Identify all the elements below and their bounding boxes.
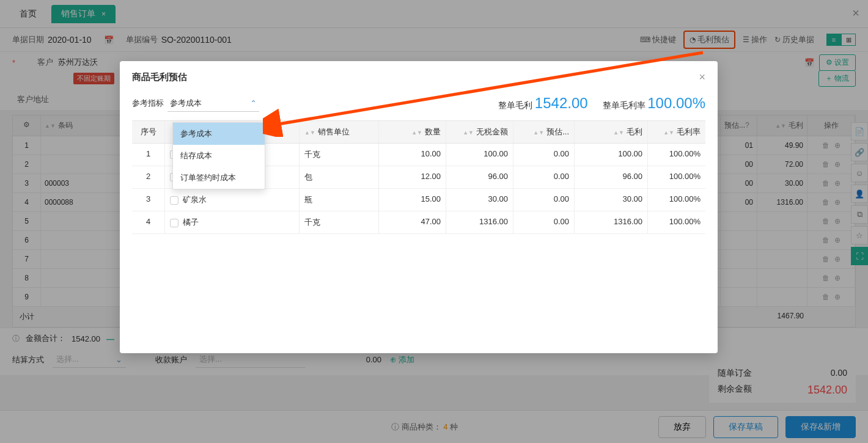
checkbox[interactable] bbox=[170, 219, 178, 227]
mcol-estimate[interactable]: ▲▼预估... bbox=[513, 121, 575, 143]
mrow-est: 0.00 bbox=[513, 144, 575, 166]
mrow-seq: 3 bbox=[132, 189, 165, 211]
option-balance-cost[interactable]: 结存成本 bbox=[173, 145, 265, 167]
mrow-rate: 100.00% bbox=[648, 144, 705, 166]
mcol-seq: 序号 bbox=[132, 121, 165, 143]
total-profit-value: 1542.00 bbox=[535, 95, 588, 111]
mrow-qty: 12.00 bbox=[379, 166, 446, 188]
modal-filter-row: 参考指标 参考成本 ⌄ 整单毛利 1542.00 整单毛利率 100.00% bbox=[120, 91, 718, 120]
mrow-profit: 1316.00 bbox=[575, 211, 648, 233]
mrow-unit: 瓶 bbox=[300, 189, 379, 211]
mrow-profit: 30.00 bbox=[575, 189, 648, 211]
total-profit-label: 整单毛利 bbox=[498, 100, 532, 110]
mrow-amount: 96.00 bbox=[446, 166, 513, 188]
mrow-seq: 4 bbox=[132, 211, 165, 233]
mrow-amount: 100.00 bbox=[446, 144, 513, 166]
mcol-qty[interactable]: ▲▼数量 bbox=[379, 121, 446, 143]
modal-table-row[interactable]: 4 橘子千克47.001316.000.001316.00100.00% bbox=[132, 211, 705, 234]
mrow-qty: 47.00 bbox=[379, 211, 446, 233]
total-rate-label: 整单毛利率 bbox=[603, 100, 645, 110]
mrow-name: 橘子 bbox=[165, 211, 300, 233]
mrow-rate: 100.00% bbox=[648, 211, 705, 233]
mcol-unit[interactable]: ▲▼销售单位 bbox=[300, 121, 379, 143]
total-rate-value: 100.00% bbox=[647, 95, 705, 111]
modal-header: 商品毛利预估 × bbox=[120, 61, 718, 91]
mrow-unit: 千克 bbox=[300, 144, 379, 166]
checkbox[interactable] bbox=[170, 196, 178, 205]
chevron-up-icon: ⌄ bbox=[250, 98, 257, 108]
mrow-name: 矿泉水 bbox=[165, 189, 300, 211]
filter-select[interactable]: 参考成本 ⌄ bbox=[167, 95, 259, 112]
mrow-rate: 100.00% bbox=[648, 166, 705, 188]
mcol-profit[interactable]: ▲▼毛利 bbox=[575, 121, 648, 143]
filter-select-value: 参考成本 bbox=[170, 98, 202, 109]
mcol-amount[interactable]: ▲▼无税金额 bbox=[446, 121, 513, 143]
mrow-profit: 100.00 bbox=[575, 144, 648, 166]
cost-reference-dropdown: 参考成本 结存成本 订单签约时成本 bbox=[172, 122, 265, 189]
modal-table-row[interactable]: 3 矿泉水瓶15.0030.000.0030.00100.00% bbox=[132, 189, 705, 211]
mcol-rate[interactable]: ▲▼毛利率 bbox=[648, 121, 705, 143]
mrow-seq: 1 bbox=[132, 144, 165, 166]
mrow-est: 0.00 bbox=[513, 211, 575, 233]
mrow-unit: 千克 bbox=[300, 211, 379, 233]
modal-title: 商品毛利预估 bbox=[132, 71, 187, 83]
mrow-amount: 30.00 bbox=[446, 189, 513, 211]
mrow-profit: 96.00 bbox=[575, 166, 648, 188]
modal-stats: 整单毛利 1542.00 整单毛利率 100.00% bbox=[498, 95, 705, 112]
mrow-seq: 2 bbox=[132, 166, 165, 188]
mrow-est: 0.00 bbox=[513, 189, 575, 211]
option-reference-cost[interactable]: 参考成本 bbox=[173, 123, 265, 145]
mrow-unit: 包 bbox=[300, 166, 379, 188]
mrow-est: 0.00 bbox=[513, 166, 575, 188]
mrow-rate: 100.00% bbox=[648, 189, 705, 211]
mrow-amount: 1316.00 bbox=[446, 211, 513, 233]
profit-estimate-modal: 商品毛利预估 × 参考指标 参考成本 ⌄ 整单毛利 1542.00 整单毛利率 … bbox=[120, 61, 718, 353]
mrow-qty: 10.00 bbox=[379, 144, 446, 166]
modal-close-icon[interactable]: × bbox=[699, 71, 705, 84]
mrow-qty: 15.00 bbox=[379, 189, 446, 211]
filter-label: 参考指标 bbox=[132, 98, 164, 109]
option-signing-cost[interactable]: 订单签约时成本 bbox=[173, 167, 265, 189]
